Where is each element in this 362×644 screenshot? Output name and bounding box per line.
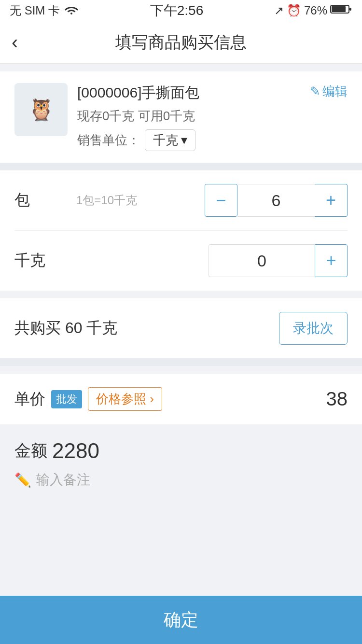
chevron-down-icon: ▾ (181, 133, 187, 148)
qianke-input[interactable] (209, 244, 315, 277)
total-prefix: 共购买 (14, 319, 61, 336)
bao-sublabel: 1包=10千克 (76, 193, 137, 208)
battery-level: 76% (304, 4, 327, 17)
qianke-row: 千克 + (14, 231, 348, 291)
qianke-stepper: + (209, 244, 348, 277)
product-card: 🦉 [0000006]手撕面包 现存0千克 可用0千克 销售单位： 千克 ▾ ✎… (0, 71, 362, 163)
bao-row: 包 1包=10千克 − + (14, 170, 348, 231)
product-name: [0000006]手撕面包 (77, 83, 299, 103)
total-amount: 60 (65, 319, 83, 336)
batch-button[interactable]: 录批次 (279, 312, 348, 345)
product-stock: 现存0千克 可用0千克 (77, 108, 299, 125)
battery-icon (330, 4, 352, 17)
bao-decrement-button[interactable]: − (205, 184, 237, 217)
svg-rect-2 (349, 8, 351, 11)
page-title: 填写商品购买信息 (115, 31, 247, 54)
total-section: 共购买 60 千克 录批次 (0, 298, 362, 358)
sim-status: 无 SIM 卡 (10, 3, 60, 18)
price-value: 38 (326, 388, 348, 410)
section-divider-1 (0, 163, 362, 170)
nav-bar: ‹ 填写商品购买信息 (0, 21, 362, 64)
status-left: 无 SIM 卡 (10, 3, 79, 18)
price-ref-button[interactable]: 价格参照 › (88, 387, 162, 411)
confirm-button[interactable]: 确定 (0, 596, 362, 644)
bao-stepper: − + (205, 184, 348, 217)
edit-button[interactable]: ✎ 编辑 (310, 83, 348, 100)
edit-label: 编辑 (322, 83, 348, 100)
price-left: 单价 批发 价格参照 › (14, 387, 162, 411)
unit-label: 销售单位： (77, 132, 140, 149)
alarm-icon: ⏰ (287, 4, 301, 17)
remark-placeholder: 输入备注 (36, 471, 90, 489)
product-card-right: ✎ 编辑 (309, 83, 348, 100)
unit-value: 千克 (153, 132, 178, 149)
amount-row: 金额 2280 (14, 439, 348, 463)
wifi-icon (64, 4, 79, 17)
unit-selector[interactable]: 千克 ▾ (145, 129, 195, 151)
price-section: 单价 批发 价格参照 › 38 (0, 374, 362, 424)
product-info: [0000006]手撕面包 现存0千克 可用0千克 销售单位： 千克 ▾ (77, 83, 299, 151)
status-time: 下午2:56 (150, 1, 204, 20)
status-bar: 无 SIM 卡 下午2:56 ↗ ⏰ 76% (0, 0, 362, 21)
back-button[interactable]: ‹ (12, 31, 18, 53)
input-section: 包 1包=10千克 − + 千克 + (0, 170, 362, 291)
price-tag-pifa: 批发 (51, 390, 82, 408)
price-label: 单价 (14, 389, 45, 410)
amount-value: 2280 (52, 439, 99, 463)
remark-row[interactable]: ✏️ 输入备注 (14, 471, 348, 499)
total-unit: 千克 (86, 319, 117, 336)
qianke-increment-button[interactable]: + (315, 244, 348, 277)
qianke-label: 千克 (14, 250, 72, 271)
status-right: ↗ ⏰ 76% (274, 4, 352, 17)
product-logo-icon: 🦉 (28, 97, 55, 122)
product-unit-row: 销售单位： 千克 ▾ (77, 129, 299, 151)
amount-section: 金额 2280 ✏️ 输入备注 (0, 424, 362, 499)
location-icon: ↗ (274, 4, 284, 17)
section-divider-2 (0, 358, 362, 366)
product-image: 🦉 (14, 83, 68, 136)
bao-input[interactable] (237, 184, 315, 217)
pencil-icon: ✏️ (14, 472, 31, 488)
edit-icon: ✎ (310, 84, 320, 99)
bao-label: 包 (14, 190, 72, 211)
bao-increment-button[interactable]: + (315, 184, 348, 217)
svg-rect-1 (332, 6, 346, 12)
confirm-label: 确定 (164, 608, 198, 632)
amount-label: 金额 (14, 440, 47, 462)
total-text: 共购买 60 千克 (14, 318, 117, 339)
